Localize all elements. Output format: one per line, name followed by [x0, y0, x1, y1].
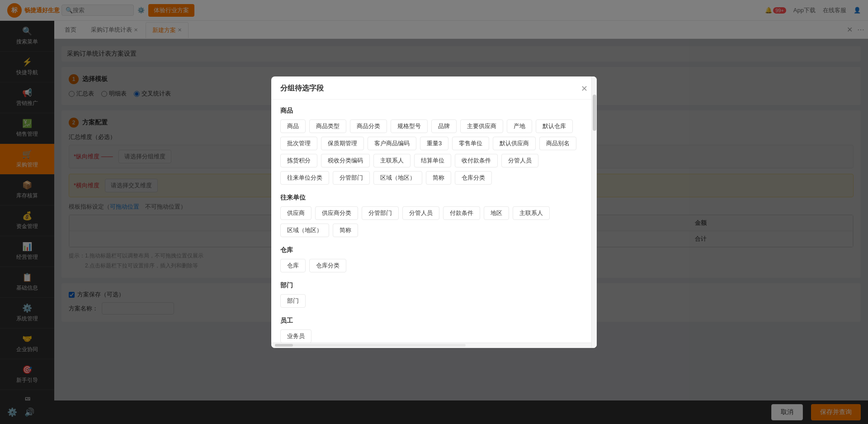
scrollbar-thumb	[593, 95, 596, 131]
field-tag[interactable]: 批次管理	[280, 137, 317, 150]
field-tags-仓库: 仓库仓库分类	[280, 259, 588, 272]
field-tag[interactable]: 默认仓库	[536, 119, 573, 133]
field-tag[interactable]: 零售单位	[452, 137, 489, 150]
hscrollbar-thumb	[275, 344, 293, 347]
field-tag[interactable]: 地区	[484, 206, 509, 220]
field-tag[interactable]: 商品类型	[309, 119, 346, 133]
field-tag[interactable]: 分管人员	[501, 154, 538, 167]
modal-scrollbar[interactable]	[591, 76, 597, 348]
field-tag[interactable]: 商品分类	[350, 119, 387, 133]
field-tag[interactable]: 仓库分类	[455, 171, 492, 185]
field-tag[interactable]: 分管部门	[362, 206, 399, 220]
section-title-往来单位: 往来单位	[280, 194, 588, 202]
field-select-modal: 分组待选字段 ✕ 商品商品商品类型商品分类规格型号品牌主要供应商产地默认仓库批次…	[271, 76, 597, 348]
field-section-往来单位: 往来单位供应商供应商分类分管部门分管人员付款条件地区主联系人区域（地区）简称	[280, 194, 588, 237]
modal-hscrollbar[interactable]	[271, 343, 597, 348]
section-title-仓库: 仓库	[280, 246, 588, 254]
field-tag[interactable]: 结算单位	[414, 154, 451, 167]
field-tag[interactable]: 往来单位分类	[280, 171, 329, 185]
modal-title: 分组待选字段	[280, 84, 324, 93]
field-tags-商品: 商品商品类型商品分类规格型号品牌主要供应商产地默认仓库批次管理保质期管理客户商品…	[280, 119, 588, 185]
field-tag[interactable]: 简称	[426, 171, 451, 185]
field-tag[interactable]: 重量3	[420, 137, 448, 150]
field-tag[interactable]: 供应商	[280, 206, 311, 220]
field-section-仓库: 仓库仓库仓库分类	[280, 246, 588, 272]
field-tag[interactable]: 商品别名	[539, 137, 576, 150]
field-tags-往来单位: 供应商供应商分类分管部门分管人员付款条件地区主联系人区域（地区）简称	[280, 206, 588, 237]
field-tag[interactable]: 付款条件	[443, 206, 480, 220]
field-tag[interactable]: 仓库分类	[309, 259, 346, 272]
field-tag[interactable]: 主联系人	[513, 206, 550, 220]
field-tag[interactable]: 收付款条件	[455, 154, 498, 167]
field-tags-员工: 业务员	[280, 329, 588, 343]
field-tag[interactable]: 税收分类编码	[321, 154, 370, 167]
field-tag[interactable]: 拣货积分	[280, 154, 317, 167]
modal-overlay: 分组待选字段 ✕ 商品商品商品类型商品分类规格型号品牌主要供应商产地默认仓库批次…	[0, 0, 868, 424]
field-tag[interactable]: 简称	[333, 224, 358, 237]
field-tags-部门: 部门	[280, 294, 588, 308]
field-tag[interactable]: 供应商分类	[315, 206, 358, 220]
field-tag[interactable]: 分管部门	[333, 171, 370, 185]
modal-header: 分组待选字段 ✕	[271, 76, 597, 100]
modal-body: 商品商品商品类型商品分类规格型号品牌主要供应商产地默认仓库批次管理保质期管理客户…	[271, 100, 597, 343]
field-tag[interactable]: 保质期管理	[321, 137, 364, 150]
field-tag[interactable]: 默认供应商	[493, 137, 536, 150]
field-section-商品: 商品商品商品类型商品分类规格型号品牌主要供应商产地默认仓库批次管理保质期管理客户…	[280, 107, 588, 185]
section-title-商品: 商品	[280, 107, 588, 115]
field-tag[interactable]: 业务员	[280, 329, 311, 343]
modal-close-button[interactable]: ✕	[581, 84, 588, 94]
field-tag[interactable]: 规格型号	[391, 119, 428, 133]
field-tag[interactable]: 区域（地区）	[280, 224, 329, 237]
field-tag[interactable]: 仓库	[280, 259, 306, 272]
section-title-员工: 员工	[280, 317, 588, 325]
field-tag[interactable]: 商品	[280, 119, 306, 133]
field-section-员工: 员工业务员	[280, 317, 588, 343]
field-tag[interactable]: 客户商品编码	[368, 137, 416, 150]
field-tag[interactable]: 区域（地区）	[373, 171, 422, 185]
field-tag[interactable]: 部门	[280, 294, 306, 308]
field-tag[interactable]: 主联系人	[373, 154, 410, 167]
field-tag[interactable]: 品牌	[431, 119, 457, 133]
field-tag[interactable]: 分管人员	[402, 206, 439, 220]
section-title-部门: 部门	[280, 281, 588, 290]
hscrollbar-track	[275, 344, 466, 347]
field-section-部门: 部门部门	[280, 281, 588, 308]
field-tag[interactable]: 产地	[507, 119, 532, 133]
field-tag[interactable]: 主要供应商	[460, 119, 503, 133]
